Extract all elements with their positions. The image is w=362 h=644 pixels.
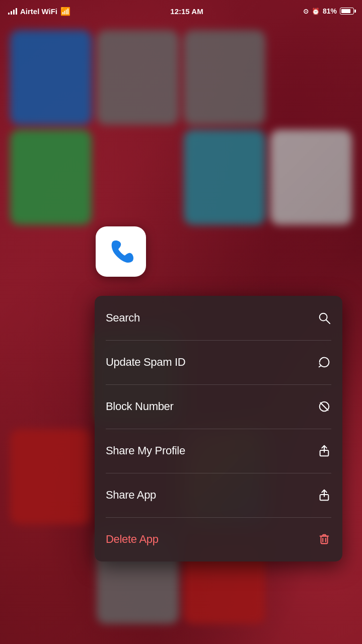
menu-item-block-number[interactable]: Block Number [95, 384, 342, 429]
menu-item-search[interactable]: Search [95, 296, 342, 340]
block-icon [317, 399, 331, 414]
menu-item-share-app[interactable]: Share App [95, 473, 342, 517]
alarm-icon: ⏰ [312, 8, 320, 15]
svg-line-3 [321, 403, 328, 411]
menu-item-delete-app[interactable]: Delete App [95, 517, 342, 561]
phone-handset-icon [106, 236, 136, 267]
signal-bars-icon [8, 8, 17, 15]
delete-app-label: Delete App [106, 533, 159, 546]
status-bar: Airtel WiFi 📶 12:15 AM ⊙ ⏰ 81% [0, 0, 362, 22]
svg-line-1 [326, 320, 330, 324]
battery-percent-label: 81% [323, 7, 337, 15]
status-right: ⊙ ⏰ 81% [303, 7, 354, 15]
wifi-icon: 📶 [60, 7, 70, 16]
battery-indicator [340, 8, 354, 15]
trash-icon [317, 532, 331, 546]
block-number-label: Block Number [106, 400, 174, 413]
carrier-label: Airtel WiFi [20, 7, 57, 16]
phone-icon-background [96, 226, 146, 277]
svg-rect-6 [321, 536, 328, 544]
battery-icon [340, 8, 354, 15]
battery-fill [341, 9, 350, 13]
update-spam-label: Update Spam ID [106, 356, 185, 369]
menu-item-share-profile[interactable]: Share My Profile [95, 429, 342, 473]
phone-app-icon[interactable] [96, 226, 146, 277]
screen-rotation-icon: ⊙ [303, 8, 309, 15]
share-profile-label: Share My Profile [106, 444, 185, 457]
menu-item-update-spam[interactable]: Update Spam ID [95, 340, 342, 384]
share-app-icon [317, 488, 331, 502]
search-label: Search [106, 311, 140, 325]
refresh-icon [317, 355, 331, 369]
time-display: 12:15 AM [170, 7, 203, 16]
share-profile-icon [317, 444, 331, 458]
context-menu: Search Update Spam ID Block Number [95, 296, 342, 561]
share-app-label: Share App [106, 489, 156, 502]
search-icon [317, 311, 331, 325]
status-left: Airtel WiFi 📶 [8, 7, 70, 16]
